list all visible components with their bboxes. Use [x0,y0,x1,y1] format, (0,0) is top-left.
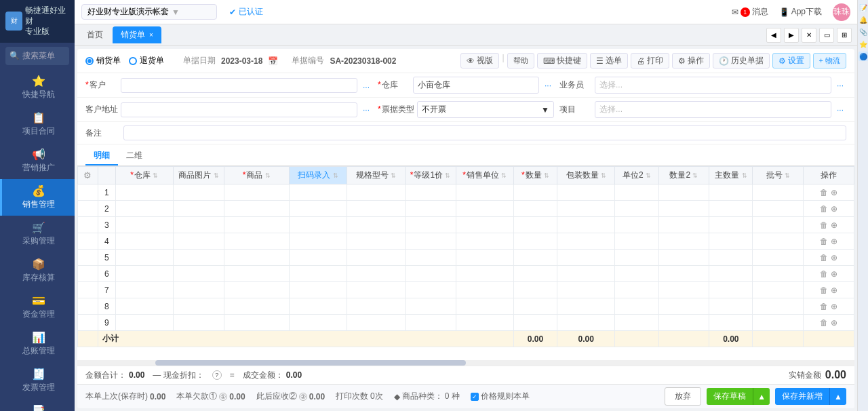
tab-2d[interactable]: 二维 [118,147,151,165]
row-batch[interactable] [753,233,804,250]
row-price1[interactable] [405,315,456,331]
row-warehouse[interactable] [115,298,173,315]
row-qty[interactable] [513,315,557,331]
row-spec[interactable] [347,266,405,282]
row-qty2[interactable] [658,233,709,250]
copy-icon[interactable]: ⊕ [831,318,837,328]
row-scan[interactable] [289,298,347,315]
right-panel-icon-3[interactable]: 📎 [859,27,868,37]
row-spec[interactable] [347,315,405,331]
row-scan[interactable] [289,217,347,233]
tab-next-btn[interactable]: ▶ [784,28,799,43]
tab-home[interactable]: 首页 [80,26,110,43]
row-spec[interactable] [347,250,405,266]
row-scan[interactable] [289,201,347,217]
tab-expand-btn[interactable]: ▭ [819,28,834,43]
discard-btn[interactable]: 放弃 [665,387,701,406]
user-avatar[interactable]: 珠珠 [833,3,850,21]
row-pack-qty[interactable] [557,298,615,315]
row-goods[interactable] [224,250,289,266]
row-warehouse[interactable] [115,233,173,250]
row-unit2[interactable] [615,298,658,315]
customer-input[interactable] [121,78,357,93]
row-spec[interactable] [347,201,405,217]
copy-icon[interactable]: ⊕ [831,220,837,230]
row-unit2[interactable] [615,282,658,298]
row-price1[interactable] [405,201,456,217]
row-warehouse[interactable] [115,217,173,233]
history-btn[interactable]: 🕐 历史单据 [713,53,770,68]
warehouse-more-icon[interactable]: ··· [542,81,554,90]
shortcut-btn[interactable]: ⌨ 快捷键 [537,53,587,68]
delete-icon[interactable]: 🗑 [820,286,828,295]
row-warehouse[interactable] [115,266,173,282]
select-btn[interactable]: ☰ 选单 [590,53,628,68]
delete-icon[interactable]: 🗑 [820,302,828,311]
row-warehouse[interactable] [115,282,173,298]
app-download-btn[interactable]: 📱 App下载 [779,6,822,18]
row-image[interactable] [173,201,224,217]
row-qty2[interactable] [658,298,709,315]
th-pack-qty[interactable]: 包装数量 ⇅ [557,167,615,184]
th-main-qty[interactable]: 主数量 ⇅ [709,167,753,184]
sidebar-item-tax[interactable]: 📑 税务管理 [0,399,75,411]
th-batch[interactable]: 批号 ⇅ [753,167,804,184]
row-pack-qty[interactable] [557,233,615,250]
row-unit2[interactable] [615,233,658,250]
addr-input[interactable] [121,102,357,117]
customer-more-icon[interactable]: ... [360,81,372,90]
row-price1[interactable] [405,298,456,315]
row-goods[interactable] [224,315,289,331]
radio-return[interactable]: 退货单 [129,55,164,66]
sidebar-item-purchase[interactable]: 🛒 采购管理 [0,216,75,252]
row-qty2[interactable] [658,282,709,298]
row-warehouse[interactable] [115,315,173,331]
row-unit[interactable] [456,282,513,298]
addr-more-icon[interactable]: ··· [360,105,372,115]
row-scan[interactable] [289,282,347,298]
row-price1[interactable] [405,266,456,282]
copy-icon[interactable]: ⊕ [831,204,837,214]
row-price1[interactable] [405,282,456,298]
row-goods[interactable] [224,184,289,201]
calendar-icon[interactable]: 📅 [268,56,278,66]
row-scan[interactable] [289,184,347,201]
row-qty[interactable] [513,298,557,315]
row-scan[interactable] [289,250,347,266]
save-draft-btn[interactable]: 保存草稿 [707,388,753,405]
row-unit[interactable] [456,201,513,217]
row-unit[interactable] [456,315,513,331]
delete-icon[interactable]: 🗑 [820,318,828,328]
th-image[interactable]: 商品图片 ⇅ [173,167,224,184]
row-qty[interactable] [513,184,557,201]
h-scrollbar[interactable] [77,360,854,366]
row-spec[interactable] [347,282,405,298]
right-panel-icon-4[interactable]: ⭐ [859,39,868,49]
row-goods[interactable] [224,201,289,217]
row-batch[interactable] [753,315,804,331]
sidebar-item-inventory[interactable]: 📦 库存核算 [0,252,75,289]
th-settings[interactable]: ⚙ [78,167,98,184]
row-qty[interactable] [513,250,557,266]
help-btn[interactable]: 帮助 [507,53,534,68]
copy-icon[interactable]: ⊕ [831,286,837,295]
row-main-qty[interactable] [709,282,753,298]
message-btn[interactable]: ✉ 1 消息 [732,6,768,18]
row-pack-qty[interactable] [557,184,615,201]
row-goods[interactable] [224,233,289,250]
row-qty[interactable] [513,266,557,282]
row-warehouse[interactable] [115,250,173,266]
row-unit2[interactable] [615,184,658,201]
row-qty[interactable] [513,201,557,217]
th-goods[interactable]: *商品 ⇅ [224,167,289,184]
save-new-arrow-btn[interactable]: ▲ [829,388,846,405]
row-spec[interactable] [347,184,405,201]
row-main-qty[interactable] [709,298,753,315]
delete-icon[interactable]: 🗑 [820,220,828,230]
row-image[interactable] [173,282,224,298]
row-unit2[interactable] [615,315,658,331]
row-warehouse[interactable] [115,184,173,201]
th-unit2[interactable]: 单位2 ⇅ [615,167,658,184]
row-spec[interactable] [347,233,405,250]
project-input[interactable]: 选择... [595,101,831,118]
